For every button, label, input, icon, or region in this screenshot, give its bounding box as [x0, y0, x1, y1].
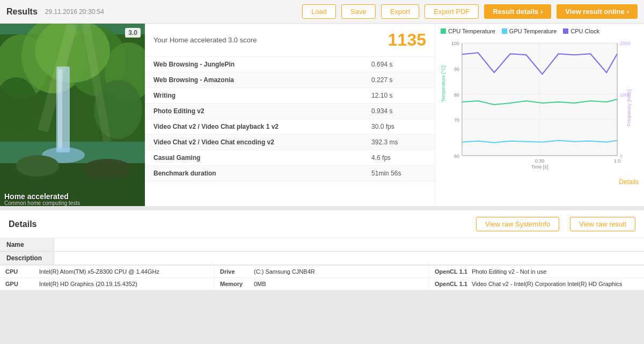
- chart-details-link[interactable]: Details: [441, 178, 639, 186]
- benchmark-row: Video Chat v2 / Video Chat playback 1 v2…: [145, 119, 435, 135]
- info-row-label: GPU: [5, 281, 35, 287]
- svg-text:100: 100: [451, 41, 459, 46]
- svg-text:1:0: 1:0: [614, 158, 620, 164]
- details-section: Details View raw SystemInfo View raw res…: [0, 210, 644, 290]
- description-label: Description: [0, 252, 54, 265]
- info-col-0: CPUIntel(R) Atom(TM) x5-Z8300 CPU @ 1.44…: [0, 266, 215, 290]
- benchmark-test-name: Web Browsing - Amazonia: [145, 72, 363, 88]
- save-button[interactable]: Save: [341, 4, 376, 19]
- legend-color: [441, 28, 446, 34]
- results-title: Results: [6, 7, 38, 17]
- svg-text:70: 70: [454, 118, 459, 123]
- benchmark-test-value: 392.3 ms: [363, 135, 435, 150]
- legend-label: CPU Temperature: [448, 28, 495, 34]
- svg-text:Temperature [°C]: Temperature [°C]: [441, 65, 446, 102]
- info-row: GPUIntel(R) HD Graphics (20.19.15.4352): [0, 278, 214, 290]
- results-date: 29.11.2016 20:30:54: [45, 8, 104, 16]
- legend-item: GPU Temperature: [502, 28, 557, 34]
- info-row-value: Photo Editing v2 - Not in use: [472, 268, 546, 275]
- benchmark-test-value: 0.227 s: [363, 72, 435, 88]
- image-panel: 3.0 Home accelerated Common home computi…: [0, 24, 145, 206]
- benchmark-test-name: Photo Editing v2: [145, 104, 363, 119]
- info-row-label: Memory: [220, 281, 250, 287]
- benchmark-sub-overlay: Common home computing tests: [4, 200, 80, 206]
- info-col-1: Drive(C:) Samsung CJNB4RMemory0MB: [215, 266, 429, 290]
- benchmark-row: Video Chat v2 / Video Chat encoding v239…: [145, 135, 435, 150]
- name-value: [54, 238, 644, 252]
- benchmark-row: Writing12.10 s: [145, 88, 435, 104]
- description-value: [54, 252, 644, 265]
- result-details-button[interactable]: Result details ›: [484, 4, 551, 19]
- benchmark-test-value: 12.10 s: [363, 88, 435, 104]
- nature-image: [0, 24, 145, 206]
- svg-text:2000: 2000: [620, 41, 631, 46]
- svg-point-13: [16, 155, 59, 177]
- svg-text:90: 90: [454, 67, 459, 72]
- chart-panel: CPU TemperatureGPU TemperatureCPU Clock …: [435, 24, 644, 206]
- info-row: OpenCL 1.1Photo Editing v2 - Not in use: [429, 266, 644, 278]
- info-row-value: (C:) Samsung CJNB4R: [254, 268, 315, 275]
- info-row: CPUIntel(R) Atom(TM) x5-Z8300 CPU @ 1.44…: [0, 266, 214, 278]
- details-title: Details: [9, 219, 237, 229]
- legend-item: CPU Temperature: [441, 28, 495, 34]
- view-result-online-button[interactable]: View result online ›: [557, 4, 638, 19]
- legend-color: [502, 28, 507, 34]
- benchmark-row: Web Browsing - JunglePin0.694 s: [145, 57, 435, 72]
- export-button[interactable]: Export: [381, 4, 420, 19]
- benchmark-test-value: 0.694 s: [363, 57, 435, 72]
- info-grid: CPUIntel(R) Atom(TM) x5-Z8300 CPU @ 1.44…: [0, 265, 644, 290]
- benchmark-row: Web Browsing - Amazonia0.227 s: [145, 72, 435, 88]
- name-label: Name: [0, 238, 54, 252]
- benchmark-test-name: Video Chat v2 / Video Chat encoding v2: [145, 135, 363, 150]
- legend-item: CPU Clock: [563, 28, 599, 34]
- svg-text:Frequency [MHz]: Frequency [MHz]: [626, 90, 632, 126]
- info-row-label: Drive: [220, 268, 250, 275]
- name-row: Name: [0, 238, 644, 252]
- score-header: Your Home accelerated 3.0 score 1135: [145, 24, 435, 57]
- view-raw-result-button[interactable]: View raw result: [570, 217, 635, 231]
- svg-text:0:30: 0:30: [535, 158, 544, 164]
- info-row-label: OpenCL 1.1: [435, 268, 467, 275]
- view-raw-systeminfo-button[interactable]: View raw SystemInfo: [476, 217, 559, 231]
- benchmark-row: Photo Editing v20.934 s: [145, 104, 435, 119]
- info-row: Memory0MB: [215, 278, 429, 290]
- benchmark-test-name: Video Chat v2 / Video Chat playback 1 v2: [145, 119, 363, 135]
- info-row-value: Video Chat v2 - Intel(R) Corporation Int…: [472, 281, 622, 287]
- info-col-2: OpenCL 1.1Photo Editing v2 - Not in useO…: [429, 266, 644, 290]
- info-row-label: CPU: [5, 268, 35, 275]
- benchmark-test-name: Casual Gaming: [145, 150, 363, 166]
- chart-svg: 100 90 80 70 60 2000 1000 0 Temperature …: [441, 38, 639, 177]
- benchmark-row: Casual Gaming4.6 fps: [145, 150, 435, 166]
- main-content: 3.0 Home accelerated Common home computi…: [0, 24, 644, 206]
- top-bar: Results 29.11.2016 20:30:54 Load Save Ex…: [0, 0, 644, 24]
- svg-text:Time [s]: Time [s]: [531, 164, 548, 170]
- score-label: Your Home accelerated 3.0 score: [153, 36, 257, 44]
- benchmark-test-value: 0.934 s: [363, 104, 435, 119]
- legend-label: GPU Temperature: [509, 28, 557, 34]
- benchmark-test-value: 30.0 fps: [363, 119, 435, 135]
- load-button[interactable]: Load: [302, 4, 336, 19]
- export-pdf-button[interactable]: Export PDF: [425, 4, 479, 19]
- benchmark-test-name: Web Browsing - JunglePin: [145, 57, 363, 72]
- center-panel: Your Home accelerated 3.0 score 1135 Web…: [145, 24, 435, 206]
- chart-area: 100 90 80 70 60 2000 1000 0 Temperature …: [441, 38, 639, 177]
- legend-label: CPU Clock: [570, 28, 599, 34]
- svg-text:80: 80: [454, 92, 459, 98]
- name-desc-table: Name Description: [0, 238, 644, 265]
- benchmark-test-name: Writing: [145, 88, 363, 104]
- info-row: OpenCL 1.1Video Chat v2 - Intel(R) Corpo…: [429, 278, 644, 290]
- details-header: Details View raw SystemInfo View raw res…: [0, 210, 644, 238]
- svg-point-14: [83, 159, 131, 178]
- benchmark-table: Web Browsing - JunglePin0.694 sWeb Brows…: [145, 57, 435, 181]
- score-badge: 3.0: [125, 28, 141, 38]
- info-row: Drive(C:) Samsung CJNB4R: [215, 266, 429, 278]
- info-row-value: 0MB: [254, 281, 266, 287]
- score-value: 1135: [388, 30, 426, 50]
- svg-text:60: 60: [454, 153, 459, 159]
- info-row-label: OpenCL 1.1: [435, 281, 467, 287]
- info-row-value: Intel(R) HD Graphics (20.19.15.4352): [39, 281, 137, 287]
- info-row-value: Intel(R) Atom(TM) x5-Z8300 CPU @ 1.44GHz: [39, 268, 159, 275]
- benchmark-test-value: 51min 56s: [363, 166, 435, 181]
- benchmark-row: Benchmark duration51min 56s: [145, 166, 435, 181]
- benchmark-name-overlay: Home accelerated: [4, 192, 69, 201]
